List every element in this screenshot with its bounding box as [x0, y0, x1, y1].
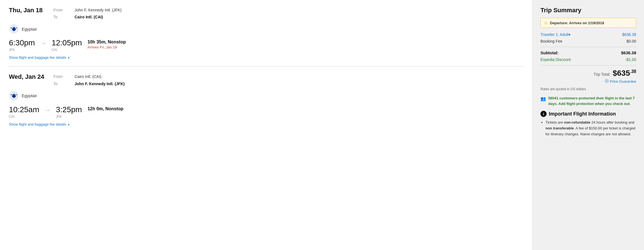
arrow-right-icon: → — [45, 107, 50, 113]
flights-panel: Thu, Jan 18 From To John F. Kennedy Intl… — [0, 0, 533, 250]
from-label: From — [53, 73, 70, 80]
booking-fee-amount: $0.00 — [626, 39, 636, 43]
from-airport: John F. Kennedy Intl. (JFK) — [75, 7, 122, 14]
flight-segment-1: Thu, Jan 18 From To John F. Kennedy Intl… — [9, 7, 523, 67]
arrive-block: 3:25pm JFK — [56, 105, 82, 119]
depart-code: JFK — [9, 48, 35, 52]
flight-segment-2: Wed, Jan 24 From To Cairo Intl. (CAI) Jo… — [9, 73, 523, 133]
subtotal-row: Subtotal: $636.38 — [540, 50, 636, 55]
protection-icon: 👥 — [540, 96, 546, 101]
trip-total-row: Trip Total: $635.38 — [540, 69, 636, 78]
from-airport: Cairo Intl. (CAI) — [75, 73, 125, 80]
arrive-time: 12:05pm — [51, 38, 82, 47]
arrive-time: 3:25pm — [56, 105, 82, 114]
rates-note: Rates are quoted in US dollars — [540, 87, 636, 91]
traveler-price: $636.38 — [622, 32, 636, 37]
arrow-block: → — [40, 38, 46, 46]
to-label: To — [53, 14, 70, 21]
divider-2 — [540, 65, 636, 65]
show-details-link[interactable]: Show flight and baggage fee details ▾ — [9, 55, 70, 60]
flight-times: 10:25am CAI → 3:25pm JFK 12h 0m, Nonstop — [9, 105, 523, 119]
price-guarantee-link[interactable]: Price Guarantee — [610, 79, 636, 84]
from-label: From — [53, 7, 70, 14]
chevron-down-icon: ▾ — [68, 56, 70, 59]
depart-time: 6:30pm — [9, 38, 35, 47]
trip-summary-panel: Trip Summary ⚠ Departure: Arrives on 1/1… — [533, 0, 644, 250]
depart-block: 6:30pm JFK — [9, 38, 35, 52]
traveler-link[interactable]: Traveler 1: Adult▾ — [540, 32, 571, 37]
svg-point-2 — [13, 27, 15, 29]
duration-block: 12h 0m, Nonstop — [87, 105, 123, 111]
airline-name: Egyptair — [22, 93, 37, 98]
trip-total-amount: $635.38 — [613, 69, 636, 78]
info-list-item: Tickets are non-refundable 24 hours afte… — [545, 120, 636, 137]
price-guarantee-icon: ⓢ — [605, 79, 609, 84]
arrow-block: → — [45, 105, 50, 113]
airline-row: Egyptair — [9, 91, 523, 101]
depart-code: CAI — [9, 115, 39, 119]
arrow-right-icon: → — [40, 40, 46, 46]
show-details-link[interactable]: Show flight and baggage fee details ▾ — [9, 122, 70, 126]
chevron-down-icon: ▾ — [68, 123, 70, 126]
segment-header: Thu, Jan 18 From To John F. Kennedy Intl… — [9, 7, 523, 21]
duration-text: 12h 0m, Nonstop — [87, 106, 123, 111]
info-icon: i — [540, 111, 547, 117]
discount-label: Expedia Discount — [540, 57, 571, 62]
segment-airports: Cairo Intl. (CAI) John F. Kennedy Intl. … — [75, 73, 125, 87]
to-airport: John F. Kennedy Intl. (JFK) — [75, 80, 125, 87]
subtotal-amount: $636.38 — [621, 50, 636, 55]
discount-row: Expedia Discount -$1.00 — [540, 57, 636, 62]
segment-header: Wed, Jan 24 From To Cairo Intl. (CAI) Jo… — [9, 73, 523, 87]
depart-time: 10:25am — [9, 105, 39, 114]
airline-logo — [9, 24, 19, 34]
airline-row: Egyptair — [9, 24, 523, 34]
arrive-code: CAI — [51, 48, 82, 52]
airline-name: Egyptair — [22, 27, 37, 31]
depart-block: 10:25am CAI — [9, 105, 39, 119]
trip-total-label: Trip Total: — [594, 72, 611, 77]
warning-text: Departure: Arrives on 1/19/2018 — [550, 21, 604, 25]
flight-times: 6:30pm JFK → 12:05pm CAI 10h 35m, Nonsto… — [9, 38, 523, 52]
protection-text: 56041 customers protected their flight i… — [548, 95, 636, 106]
segment-date: Thu, Jan 18 — [9, 7, 53, 14]
arrive-code: JFK — [56, 115, 82, 119]
protection-block: 👥 56041 customers protected their flight… — [540, 95, 636, 106]
info-section-title: i Important Flight Information — [540, 111, 636, 117]
duration-text: 10h 35m, Nonstop — [87, 40, 126, 45]
to-label: To — [53, 80, 70, 87]
svg-point-5 — [13, 94, 15, 96]
subtotal-label: Subtotal: — [540, 50, 559, 55]
duration-block: 10h 35m, Nonstop Arrives Fri, Jan 19 — [87, 38, 126, 49]
trip-total-cents: .38 — [630, 69, 636, 74]
segment-from-to: From To — [53, 73, 70, 87]
price-guarantee-row: ⓢ Price Guarantee — [540, 79, 636, 84]
segment-airports: John F. Kennedy Intl. (JFK) Cairo Intl. … — [75, 7, 122, 21]
trip-summary-title: Trip Summary — [540, 7, 636, 14]
warning-icon: ⚠ — [544, 20, 548, 25]
segment-date: Wed, Jan 24 — [9, 73, 53, 80]
booking-fee-row: Booking Fee $0.00 — [540, 39, 636, 43]
segment-from-to: From To — [53, 7, 70, 21]
info-list: Tickets are non-refundable 24 hours afte… — [540, 120, 636, 137]
divider-1 — [540, 47, 636, 47]
airline-logo — [9, 91, 19, 101]
to-airport: Cairo Intl. (CAI) — [75, 14, 122, 21]
warning-banner: ⚠ Departure: Arrives on 1/19/2018 — [540, 18, 636, 28]
discount-amount: -$1.00 — [625, 57, 636, 62]
arrives-note: Arrives Fri, Jan 19 — [87, 45, 126, 49]
traveler-row: Traveler 1: Adult▾ $636.38 — [540, 32, 636, 37]
arrive-block: 12:05pm CAI — [51, 38, 82, 52]
booking-fee-label: Booking Fee — [540, 39, 562, 43]
